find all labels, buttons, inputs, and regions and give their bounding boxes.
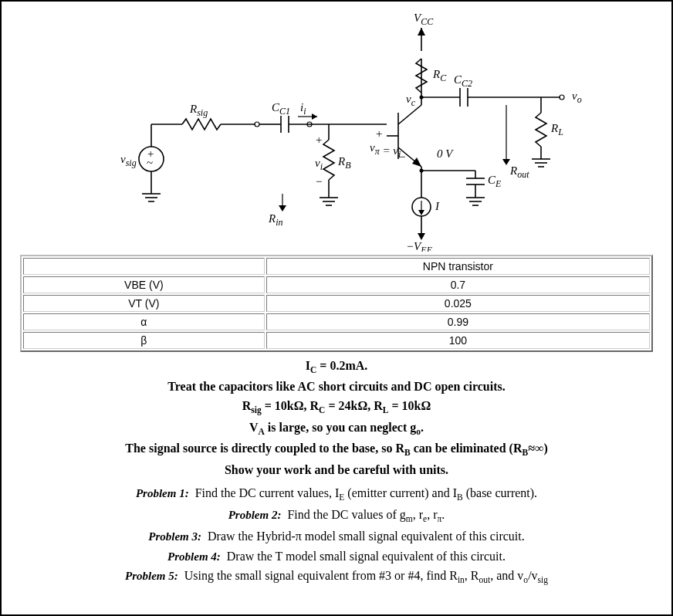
param-label: VBE (V) — [23, 276, 265, 293]
problems-block: Problem 1: Find the DC current values, I… — [9, 484, 664, 588]
cc2-label: CC2 — [454, 73, 472, 89]
svg-marker-64 — [418, 233, 425, 240]
rc-label: RC — [432, 68, 447, 83]
param-table: NPN transistor VBE (V)0.7 VT (V)0.025 α0… — [20, 255, 653, 352]
vc-label: vc — [406, 93, 416, 108]
table-row: α0.99 — [23, 313, 650, 330]
param-value: 0.025 — [266, 295, 650, 312]
vi-label: vi — [315, 157, 323, 172]
npn-header: NPN transistor — [266, 258, 650, 275]
I-label: I — [435, 200, 440, 212]
vo-label: vo — [572, 90, 582, 105]
rl-label: RL — [550, 122, 563, 137]
values-line: Rsig = 10kΩ, RC = 24kΩ, RL = 10kΩ — [9, 397, 664, 417]
svg-marker-33 — [412, 157, 421, 167]
ic-line: IC = 0.2mA. — [9, 357, 664, 377]
problem-5: Problem 5: Using the small signal equiva… — [9, 567, 664, 587]
svg-text:+: + — [375, 127, 383, 140]
page: .w{stroke:#000;stroke-width:1.6;fill:non… — [0, 0, 673, 616]
rb-line: The signal source is directly coupled to… — [9, 439, 664, 459]
param-blank — [23, 258, 265, 275]
mvee-label: −VEE — [406, 240, 433, 252]
va-line: VA is large, so you can neglect go. — [9, 418, 664, 438]
cc1-label: CC1 — [272, 101, 290, 117]
svg-line-31 — [398, 105, 421, 124]
table-row: VT (V)0.025 — [23, 295, 650, 312]
problem-3: Problem 3: Draw the Hybrid-π model small… — [9, 527, 664, 547]
problem-1: Problem 1: Find the DC current values, I… — [9, 484, 664, 505]
svg-text:−: − — [315, 175, 323, 188]
rb-label: RB — [337, 155, 351, 171]
vcc-label: VCC — [414, 12, 434, 27]
ii-label: ii — [300, 101, 306, 117]
table-header-row: NPN transistor — [23, 258, 650, 275]
svg-marker-17 — [312, 113, 317, 120]
problem-4: Problem 4: Draw the T model small signal… — [9, 547, 664, 567]
param-label: VT (V) — [23, 295, 265, 312]
zeroV-label: 0 V — [437, 147, 454, 160]
problem-2: Problem 2: Find the DC values of gm, re,… — [9, 506, 664, 526]
param-value: 100 — [266, 332, 650, 349]
table-row: β100 — [23, 332, 650, 349]
vsig-label: vsig — [120, 153, 137, 168]
rsig-label: Rsig — [189, 103, 208, 118]
rin-label: Rin — [268, 212, 283, 228]
given-block: IC = 0.2mA. Treat the capacitors like AC… — [9, 357, 664, 479]
param-label: α — [23, 313, 265, 330]
ce-label: CE — [488, 174, 502, 189]
work-line: Show your work and be careful with units… — [9, 461, 664, 479]
vpi-label: vπ = vi — [370, 141, 401, 160]
svg-marker-36 — [418, 28, 425, 36]
caps-line: Treat the capacitors like AC short circu… — [9, 377, 664, 396]
circuit-diagram: .w{stroke:#000;stroke-width:1.6;fill:non… — [66, 5, 607, 252]
svg-marker-62 — [418, 210, 424, 215]
param-value: 0.99 — [266, 313, 650, 330]
svg-text:+: + — [315, 134, 323, 146]
param-label: β — [23, 332, 265, 349]
table-row: VBE (V)0.7 — [23, 276, 650, 293]
param-value: 0.7 — [266, 276, 650, 293]
svg-text:~: ~ — [147, 157, 153, 169]
rout-label: Rout — [509, 164, 529, 180]
